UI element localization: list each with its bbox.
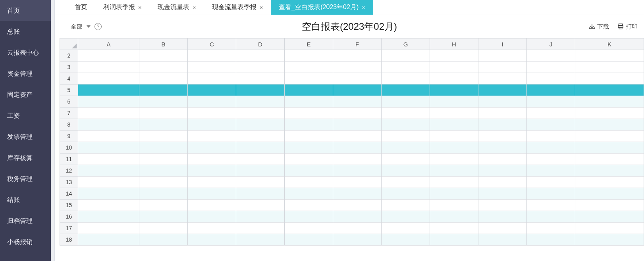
cell-B12[interactable] — [139, 165, 188, 177]
row-header-2[interactable]: 2 — [60, 50, 78, 61]
cell-A15[interactable] — [78, 200, 139, 211]
cell-F15[interactable] — [333, 200, 382, 211]
cell-G6[interactable] — [382, 96, 430, 107]
col-header-I[interactable]: I — [478, 38, 527, 50]
spreadsheet[interactable]: ABCDEFGHIJK23456789101112131415161718 — [55, 38, 644, 261]
cell-K17[interactable] — [575, 223, 644, 234]
cell-C2[interactable] — [188, 50, 236, 61]
cell-F13[interactable] — [333, 177, 382, 188]
cell-F18[interactable] — [333, 234, 382, 246]
cell-A2[interactable] — [78, 50, 139, 61]
cell-C6[interactable] — [188, 96, 236, 107]
cell-A3[interactable] — [78, 61, 139, 73]
cell-H8[interactable] — [430, 119, 478, 130]
col-header-G[interactable]: G — [382, 38, 430, 50]
col-header-A[interactable]: A — [78, 38, 139, 50]
cell-E9[interactable] — [285, 130, 333, 142]
cell-C10[interactable] — [188, 142, 236, 154]
cell-F2[interactable] — [333, 50, 382, 61]
cell-K15[interactable] — [575, 200, 644, 211]
sidebar-item-2[interactable]: 云报表中心 — [0, 42, 51, 63]
cell-H9[interactable] — [430, 130, 478, 142]
cell-E18[interactable] — [285, 234, 333, 246]
row-header-12[interactable]: 12 — [60, 165, 78, 177]
cell-A12[interactable] — [78, 165, 139, 177]
close-icon[interactable]: × — [362, 4, 365, 10]
cell-K8[interactable] — [575, 119, 644, 130]
tab-3[interactable]: 现金流量表季报× — [204, 0, 271, 15]
cell-J13[interactable] — [527, 177, 575, 188]
cell-I9[interactable] — [478, 130, 527, 142]
cell-B17[interactable] — [139, 223, 188, 234]
cell-A18[interactable] — [78, 234, 139, 246]
cell-H4[interactable] — [430, 73, 478, 84]
row-header-4[interactable]: 4 — [60, 73, 78, 84]
cell-G2[interactable] — [382, 50, 430, 61]
cell-J3[interactable] — [527, 61, 575, 73]
cell-A14[interactable] — [78, 188, 139, 200]
print-button[interactable]: 打印 — [617, 23, 638, 31]
cell-F14[interactable] — [333, 188, 382, 200]
tab-4[interactable]: 查看_空白报表(2023年02月)× — [271, 0, 373, 15]
cell-D5[interactable] — [236, 84, 285, 96]
sidebar-item-0[interactable]: 首页 — [0, 0, 51, 21]
cell-K18[interactable] — [575, 234, 644, 246]
cell-E8[interactable] — [285, 119, 333, 130]
cell-G9[interactable] — [382, 130, 430, 142]
cell-I15[interactable] — [478, 200, 527, 211]
cell-K11[interactable] — [575, 154, 644, 165]
cell-I16[interactable] — [478, 211, 527, 223]
cell-A5[interactable] — [78, 84, 139, 96]
cell-E11[interactable] — [285, 154, 333, 165]
cell-B8[interactable] — [139, 119, 188, 130]
cell-E10[interactable] — [285, 142, 333, 154]
cell-J15[interactable] — [527, 200, 575, 211]
cell-A10[interactable] — [78, 142, 139, 154]
cell-F4[interactable] — [333, 73, 382, 84]
cell-G4[interactable] — [382, 73, 430, 84]
row-header-8[interactable]: 8 — [60, 119, 78, 130]
cell-F7[interactable] — [333, 107, 382, 119]
cell-A13[interactable] — [78, 177, 139, 188]
cell-G10[interactable] — [382, 142, 430, 154]
cell-G16[interactable] — [382, 211, 430, 223]
cell-K4[interactable] — [575, 73, 644, 84]
cell-F5[interactable] — [333, 84, 382, 96]
cell-B15[interactable] — [139, 200, 188, 211]
cell-E16[interactable] — [285, 211, 333, 223]
cell-G13[interactable] — [382, 177, 430, 188]
cell-J10[interactable] — [527, 142, 575, 154]
cell-I2[interactable] — [478, 50, 527, 61]
cell-C8[interactable] — [188, 119, 236, 130]
cell-C11[interactable] — [188, 154, 236, 165]
cell-D4[interactable] — [236, 73, 285, 84]
cell-B18[interactable] — [139, 234, 188, 246]
cell-I10[interactable] — [478, 142, 527, 154]
cell-C3[interactable] — [188, 61, 236, 73]
cell-G8[interactable] — [382, 119, 430, 130]
cell-F8[interactable] — [333, 119, 382, 130]
cell-A8[interactable] — [78, 119, 139, 130]
sidebar-resizer[interactable] — [51, 0, 55, 261]
cell-H12[interactable] — [430, 165, 478, 177]
cell-J6[interactable] — [527, 96, 575, 107]
cell-K9[interactable] — [575, 130, 644, 142]
help-icon[interactable]: ? — [94, 23, 102, 30]
cell-B14[interactable] — [139, 188, 188, 200]
cell-H7[interactable] — [430, 107, 478, 119]
cell-B6[interactable] — [139, 96, 188, 107]
close-icon[interactable]: × — [193, 4, 196, 10]
cell-B5[interactable] — [139, 84, 188, 96]
cell-C18[interactable] — [188, 234, 236, 246]
sidebar-item-5[interactable]: 工资 — [0, 105, 51, 126]
cell-D14[interactable] — [236, 188, 285, 200]
cell-A9[interactable] — [78, 130, 139, 142]
cell-A16[interactable] — [78, 211, 139, 223]
col-header-C[interactable]: C — [188, 38, 236, 50]
cell-D3[interactable] — [236, 61, 285, 73]
sidebar-item-11[interactable]: 小畅报销 — [0, 231, 51, 252]
row-header-9[interactable]: 9 — [60, 130, 78, 142]
sidebar-item-9[interactable]: 结账 — [0, 189, 51, 210]
cell-D2[interactable] — [236, 50, 285, 61]
cell-J16[interactable] — [527, 211, 575, 223]
